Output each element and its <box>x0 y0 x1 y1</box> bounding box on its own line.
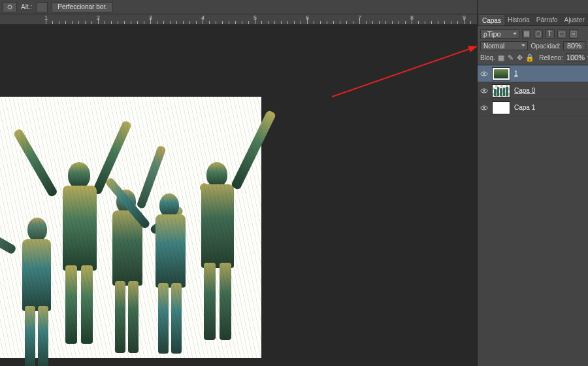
ruler-label: 7 <box>358 14 361 21</box>
opacity-label: Opacidad: <box>531 42 561 50</box>
ruler-label: 1 <box>44 14 48 21</box>
svg-point-0 <box>8 5 12 9</box>
refine-edge-button[interactable]: Perfeccionar bor. <box>52 2 113 12</box>
filter-smart-icon[interactable] <box>569 29 578 39</box>
filter-pixel-icon[interactable] <box>522 29 531 39</box>
alt-label: Alt.: <box>21 3 32 10</box>
document-canvas[interactable] <box>0 97 261 358</box>
ruler-label: 8 <box>410 14 414 21</box>
svg-point-4 <box>536 31 541 37</box>
lock-position-icon[interactable]: ✥ <box>517 54 523 61</box>
layer-thumbnail[interactable] <box>492 67 510 80</box>
filter-type-icon[interactable]: T <box>546 29 555 39</box>
tab-ajustes[interactable]: Ajuster <box>561 15 588 25</box>
canvas-area[interactable] <box>0 25 477 366</box>
brush-preview-icon[interactable] <box>3 2 17 12</box>
layer-thumbnail[interactable] <box>492 84 510 97</box>
svg-point-14 <box>483 107 485 108</box>
double-exposure-artwork <box>0 97 261 358</box>
visibility-toggle-icon[interactable] <box>480 104 488 112</box>
visibility-toggle-icon[interactable] <box>480 87 488 95</box>
ruler-label: 4 <box>201 14 204 21</box>
svg-marker-2 <box>468 46 477 52</box>
fill-label: Relleno: <box>539 54 563 61</box>
tab-historia[interactable]: Historia <box>504 15 533 25</box>
ruler-label: 3 <box>149 14 152 21</box>
layer-name[interactable]: Capa 1 <box>514 104 535 111</box>
svg-rect-6 <box>559 32 564 36</box>
svg-text:T: T <box>547 31 552 37</box>
layer-name[interactable]: Capa 0 <box>514 87 535 94</box>
fill-input[interactable]: 100% <box>566 53 585 62</box>
opacity-value: 80% <box>567 42 581 50</box>
opacity-input[interactable]: 80% <box>563 41 585 50</box>
layer-row-1[interactable]: 1 <box>478 65 588 82</box>
ruler-label: 2 <box>97 14 100 21</box>
ruler-label: 6 <box>306 14 309 21</box>
ruler-label: 5 <box>253 14 257 21</box>
layer-filter-kind[interactable]: ρ Tipo <box>480 29 519 39</box>
layer-row-capa1[interactable]: Capa 1 <box>478 99 588 116</box>
alt-value-button[interactable] <box>36 2 48 12</box>
lock-label: Bloq. <box>480 54 495 61</box>
tab-capas[interactable]: Capas <box>479 15 504 25</box>
layers-list: 1 Capa 0 Capa 1 <box>478 65 588 366</box>
tab-parrafo[interactable]: Párrafo <box>533 15 561 25</box>
ruler-label: 9 <box>463 14 466 21</box>
layer-controls: ρ Tipo T Normal Opacidad: 80% Bloq. ▦ ✎ … <box>478 26 588 65</box>
panel-tabs: Capas Historia Párrafo Ajuster Carácte ≡ <box>478 14 588 26</box>
layer-thumbnail[interactable] <box>492 101 510 114</box>
svg-line-1 <box>332 46 477 97</box>
svg-point-12 <box>483 90 485 92</box>
lock-all-icon[interactable]: 🔒 <box>526 54 534 61</box>
fill-value: 100% <box>566 54 585 61</box>
blend-mode-select[interactable]: Normal <box>480 41 528 50</box>
lock-transparency-icon[interactable]: ▦ <box>498 54 504 61</box>
svg-rect-8 <box>572 33 575 35</box>
layer-row-capa0[interactable]: Capa 0 <box>478 82 588 99</box>
right-panel-stack: Capas Historia Párrafo Ajuster Carácte ≡… <box>477 0 588 366</box>
visibility-toggle-icon[interactable] <box>480 70 488 78</box>
layer-name[interactable]: 1 <box>514 70 518 77</box>
svg-point-10 <box>483 73 485 75</box>
svg-rect-3 <box>524 31 529 37</box>
filter-shape-icon[interactable] <box>557 29 566 39</box>
layer-filter-kind-label: Tipo <box>487 30 501 38</box>
lock-pixels-icon[interactable]: ✎ <box>507 54 514 61</box>
filter-adjust-icon[interactable] <box>534 29 543 39</box>
